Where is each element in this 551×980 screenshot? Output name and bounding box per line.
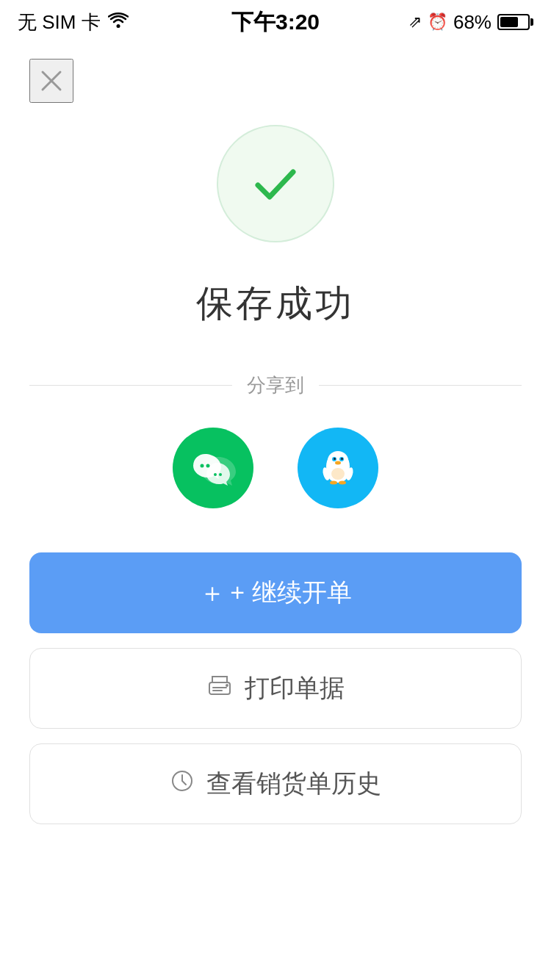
success-title: 保存成功 bbox=[196, 279, 355, 328]
svg-point-18 bbox=[330, 481, 337, 485]
svg-rect-23 bbox=[212, 687, 227, 688]
history-label: 查看销货单历史 bbox=[206, 767, 381, 801]
location-icon: ⇗ bbox=[408, 12, 422, 32]
qq-share-button[interactable] bbox=[298, 428, 378, 508]
svg-point-7 bbox=[214, 473, 217, 476]
svg-point-5 bbox=[201, 464, 204, 467]
wifi-icon bbox=[108, 12, 129, 32]
print-button[interactable]: 打印单据 bbox=[29, 648, 522, 729]
status-time: 下午3:20 bbox=[231, 7, 320, 37]
wechat-share-button[interactable] bbox=[173, 428, 253, 508]
battery-percent: 68% bbox=[453, 11, 491, 34]
print-icon bbox=[206, 674, 233, 703]
share-label: 分享到 bbox=[247, 372, 304, 398]
share-icons bbox=[29, 428, 522, 508]
svg-point-15 bbox=[335, 461, 341, 465]
alarm-icon: ⏰ bbox=[428, 12, 447, 32]
status-bar: 无 SIM 卡 下午3:20 ⇗ ⏰ 68% bbox=[0, 0, 551, 44]
battery-icon bbox=[497, 14, 533, 30]
svg-point-17 bbox=[331, 468, 345, 480]
svg-point-14 bbox=[341, 458, 343, 460]
carrier-label: 无 SIM 卡 bbox=[18, 10, 101, 35]
continue-button[interactable]: ＋ + 继续开单 bbox=[29, 552, 522, 633]
status-right: ⇗ ⏰ 68% bbox=[408, 11, 533, 34]
share-section: 分享到 bbox=[29, 372, 522, 508]
continue-label: + 继续开单 bbox=[230, 576, 351, 610]
action-buttons: ＋ + 继续开单 打印单据 bbox=[29, 552, 522, 824]
share-divider: 分享到 bbox=[29, 372, 522, 398]
svg-point-13 bbox=[334, 458, 336, 460]
main-content: 保存成功 分享到 bbox=[0, 44, 551, 980]
svg-point-25 bbox=[226, 684, 228, 687]
svg-point-8 bbox=[219, 473, 222, 476]
continue-icon: ＋ bbox=[199, 575, 226, 611]
history-button[interactable]: 查看销货单历史 bbox=[29, 743, 522, 824]
svg-point-6 bbox=[206, 464, 210, 467]
svg-point-19 bbox=[339, 481, 346, 485]
success-icon-circle bbox=[217, 125, 334, 242]
svg-point-0 bbox=[116, 24, 120, 28]
status-left: 无 SIM 卡 bbox=[18, 10, 129, 35]
svg-rect-24 bbox=[212, 690, 223, 691]
history-icon bbox=[170, 768, 195, 799]
print-label: 打印单据 bbox=[245, 671, 345, 705]
close-button[interactable] bbox=[29, 59, 73, 103]
